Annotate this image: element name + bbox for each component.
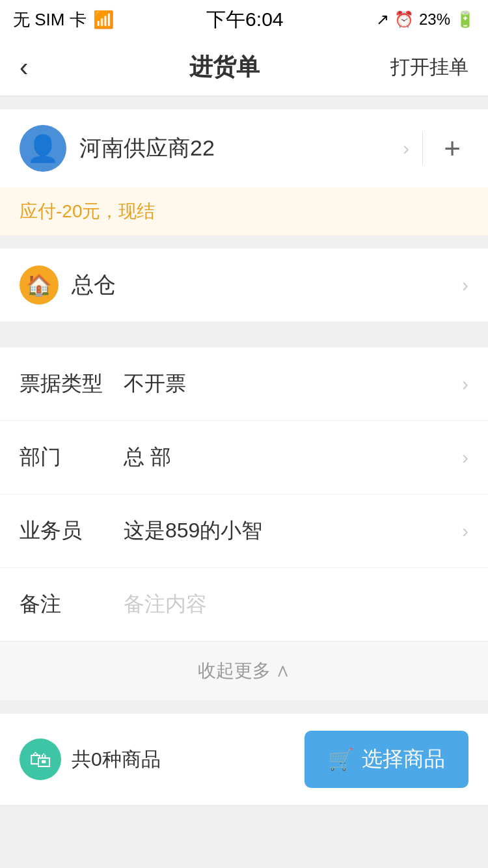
avatar: 👤 <box>20 125 66 172</box>
product-count-text: 共0种商品 <box>72 746 161 773</box>
battery-text: 23% <box>419 10 450 29</box>
remark-input[interactable]: 备注内容 <box>111 590 468 619</box>
cart-add-icon: 🛒 <box>328 747 354 772</box>
battery-icon: 🔋 <box>455 10 475 29</box>
warehouse-name: 总仓 <box>72 270 462 300</box>
salesperson-value: 这是859的小智 <box>111 517 462 545</box>
open-pending-button[interactable]: 打开挂单 <box>390 54 468 81</box>
status-bar: 无 SIM 卡 📶 下午6:04 ↗ ⏰ 23% 🔋 <box>0 0 488 39</box>
chevron-right-icon: › <box>462 274 468 296</box>
carrier-text: 无 SIM 卡 <box>13 8 87 31</box>
chevron-right-icon: › <box>462 446 468 468</box>
section-gap-3 <box>0 321 488 334</box>
back-button[interactable]: ‹ <box>20 53 59 82</box>
supplier-row[interactable]: 👤 河南供应商22 › + <box>0 109 488 187</box>
section-gap-2 <box>0 236 488 249</box>
department-value: 总 部 <box>111 443 462 472</box>
salesperson-row[interactable]: 业务员 这是859的小智 › <box>0 494 488 567</box>
ticket-type-label: 票据类型 <box>20 370 111 398</box>
collapse-text: 收起更多 ∧ <box>198 658 291 683</box>
select-product-button[interactable]: 🛒 选择商品 <box>305 731 468 788</box>
collapse-row[interactable]: 收起更多 ∧ <box>0 641 488 700</box>
product-count-wrap: 🛍 共0种商品 <box>20 739 161 780</box>
page-title: 进货单 <box>189 51 260 83</box>
salesperson-label: 业务员 <box>20 517 111 545</box>
warehouse-row[interactable]: 🏠 总仓 › <box>0 249 488 321</box>
notice-row: 应付-20元，现结 <box>0 187 488 236</box>
supplier-name: 河南供应商22 <box>79 133 403 163</box>
section-gap-4 <box>0 700 488 713</box>
select-btn-label: 选择商品 <box>362 745 445 774</box>
status-right: ↗ ⏰ 23% 🔋 <box>376 10 475 29</box>
user-icon: 👤 <box>27 133 59 164</box>
section-gap-1 <box>0 96 488 109</box>
nav-bar: ‹ 进货单 打开挂单 <box>0 39 488 96</box>
status-time: 下午6:04 <box>206 7 283 33</box>
status-left: 无 SIM 卡 📶 <box>13 8 114 31</box>
alarm-icon: ⏰ <box>394 10 414 29</box>
warehouse-icon: 🏠 <box>26 273 52 297</box>
chevron-right-icon: › <box>462 520 468 542</box>
product-icon-wrap: 🛍 <box>20 739 61 780</box>
location-icon: ↗ <box>376 10 389 29</box>
ticket-type-value: 不开票 <box>111 370 462 398</box>
department-label: 部门 <box>20 443 111 472</box>
divider <box>422 132 423 165</box>
bottom-bar: 🛍 共0种商品 🛒 选择商品 <box>0 713 488 805</box>
page-footer-bg <box>0 805 488 868</box>
form-sections: 票据类型 不开票 › 部门 总 部 › 业务员 这是859的小智 › 备注 备注… <box>0 347 488 641</box>
remark-row[interactable]: 备注 备注内容 <box>0 567 488 641</box>
product-cart-icon: 🛍 <box>29 747 51 772</box>
warehouse-icon-wrap: 🏠 <box>20 265 59 305</box>
notice-text: 应付-20元，现结 <box>20 201 155 221</box>
ticket-type-row[interactable]: 票据类型 不开票 › <box>0 347 488 420</box>
chevron-right-icon: › <box>462 373 468 395</box>
remark-label: 备注 <box>20 590 111 619</box>
wifi-icon: 📶 <box>93 10 114 30</box>
add-supplier-button[interactable]: + <box>436 132 468 165</box>
department-row[interactable]: 部门 总 部 › <box>0 420 488 494</box>
supplier-section: 👤 河南供应商22 › + 应付-20元，现结 <box>0 109 488 236</box>
chevron-right-icon: › <box>403 137 409 159</box>
